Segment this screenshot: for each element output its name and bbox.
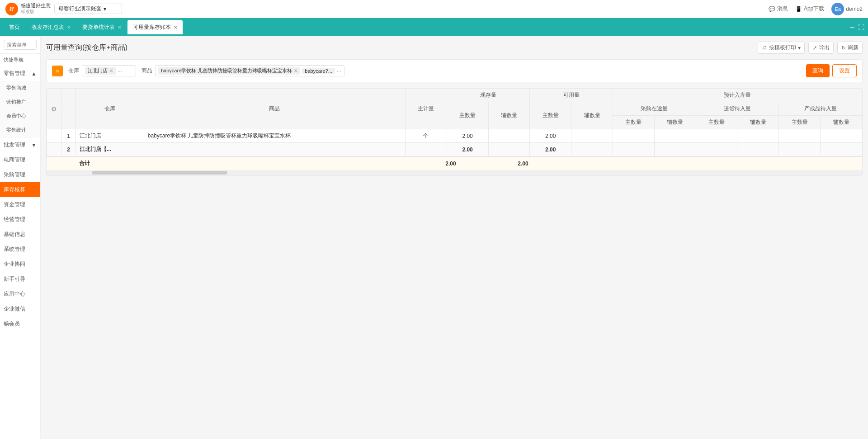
logo-icon: 好 bbox=[5, 3, 18, 15]
tab-home[interactable]: 首页 bbox=[4, 20, 25, 34]
sidebar-item-operation-label: 经营管理 bbox=[4, 216, 25, 223]
warehouse-label: 仓库 bbox=[68, 67, 79, 75]
sidebar-item-appstore[interactable]: 应用中心 bbox=[0, 287, 40, 302]
sidebar-sub-retail: 零售商城 营销推广 会员中心 零售统计 bbox=[0, 81, 40, 137]
sidebar-item-newguide-label: 新手引导 bbox=[4, 275, 25, 283]
tab-receipts[interactable]: 收发存汇总表 ✕ bbox=[26, 20, 76, 34]
refresh-btn[interactable]: ↻ 刷新 bbox=[837, 42, 863, 54]
logo-text-area: 畅捷通好生意 标准版 bbox=[21, 3, 51, 15]
sidebar-item-marketing[interactable]: 营销推广 bbox=[0, 95, 40, 109]
tab-receipts-close[interactable]: ✕ bbox=[67, 25, 71, 30]
settings-btn[interactable]: 设置 bbox=[832, 64, 857, 77]
product-value[interactable]: babycare学饮杯 儿童防摔防撞吸管杯重力球吸嘴杯宝宝水杯 ✕ babyca… bbox=[155, 65, 344, 76]
product-tag-1-close[interactable]: ✕ bbox=[294, 68, 297, 73]
th-purchase-in-main: 主数量 bbox=[613, 116, 654, 129]
sidebar-item-retail[interactable]: 零售管理 ▲ bbox=[0, 66, 40, 81]
tab-available[interactable]: 可用量库存账本 ✕ bbox=[127, 20, 183, 34]
summary-stock: 2.00 bbox=[433, 160, 469, 167]
logo-text: 畅捷通好生意 bbox=[21, 3, 51, 9]
th-product-in-aux: 辅数量 bbox=[821, 116, 862, 129]
th-stock-aux: 辅数量 bbox=[488, 102, 530, 129]
user-area[interactable]: Ea demo2 bbox=[831, 3, 863, 15]
th-warehouse: 仓库 bbox=[76, 89, 144, 129]
scroll-thumb[interactable] bbox=[92, 171, 227, 175]
group-row: 2 江北门店【... 2.00 2.00 bbox=[47, 143, 862, 156]
sidebar-item-member[interactable]: 会员中心 bbox=[0, 109, 40, 123]
product-tag-1: babycare学饮杯 儿童防摔防撞吸管杯重力球吸嘴杯宝宝水杯 ✕ bbox=[158, 67, 300, 75]
app-download-btn[interactable]: 📱 App下载 bbox=[795, 5, 824, 13]
sidebar-item-wecom[interactable]: 企业微信 bbox=[0, 302, 40, 316]
row2-product bbox=[144, 143, 405, 156]
username-label: demo2 bbox=[846, 6, 863, 12]
tab-available-close[interactable]: ✕ bbox=[174, 25, 177, 30]
row1-avail-main: 2.00 bbox=[530, 129, 571, 143]
chevron-down-icon: ▾ bbox=[104, 6, 106, 12]
tab-orders-close[interactable]: ✕ bbox=[118, 25, 121, 30]
th-goods-in-aux: 辅数量 bbox=[737, 116, 779, 129]
org-name: 母婴行业演示账套 bbox=[58, 5, 102, 13]
warehouse-tag-close[interactable]: ✕ bbox=[109, 68, 113, 73]
tab-minimize-btn[interactable]: ─ bbox=[850, 24, 854, 31]
sidebar-item-vip[interactable]: 畅会员 bbox=[0, 316, 40, 331]
filter-expand-btn[interactable]: » bbox=[52, 66, 63, 76]
scroll-bar[interactable] bbox=[47, 170, 862, 175]
th-avail-main: 主数量 bbox=[530, 102, 571, 129]
sidebar-item-ecommerce[interactable]: 电商管理 bbox=[0, 152, 40, 167]
sidebar-item-inventory-label: 库存核算 bbox=[4, 186, 25, 194]
product-tag-2: babycare?... bbox=[302, 68, 335, 74]
sidebar-item-basic[interactable]: 基础信息 bbox=[0, 227, 40, 242]
product-more-icon[interactable]: ··· bbox=[337, 68, 341, 74]
message-btn[interactable]: 💬 消息 bbox=[769, 5, 788, 13]
org-selector[interactable]: 母婴行业演示账套 ▾ bbox=[54, 4, 122, 14]
export-btn[interactable]: ↗ 导出 bbox=[808, 42, 834, 54]
sidebar-item-system-label: 系统管理 bbox=[4, 245, 25, 253]
tab-expand-btn[interactable]: ⛶ bbox=[858, 24, 864, 31]
search-input[interactable] bbox=[4, 40, 37, 50]
tab-orders[interactable]: 要货单统计表 ✕ bbox=[77, 20, 127, 34]
row1-purchase-in-aux bbox=[654, 129, 696, 143]
sidebar-item-system[interactable]: 系统管理 bbox=[0, 242, 40, 257]
sidebar-item-retail-stats[interactable]: 零售统计 bbox=[0, 123, 40, 137]
query-btn[interactable]: 查询 bbox=[806, 64, 830, 77]
sidebar-item-basic-label: 基础信息 bbox=[4, 231, 25, 238]
page-header: 可用量查询(按仓库+商品) 🖨 按模板打印 ▾ ↗ 导出 ↻ 刷新 bbox=[46, 42, 863, 54]
settings-gear-icon[interactable]: ⚙ bbox=[51, 105, 57, 113]
row2-product-in-main bbox=[779, 143, 821, 156]
sidebar-item-appstore-label: 应用中心 bbox=[4, 290, 25, 298]
sidebar-item-enterprise[interactable]: 企业协同 bbox=[0, 257, 40, 272]
row1-settings bbox=[47, 129, 61, 143]
sidebar-item-inventory[interactable]: 库存核算 bbox=[0, 182, 40, 197]
th-purchase-in-aux: 辅数量 bbox=[654, 116, 696, 129]
sidebar-item-retail-mall[interactable]: 零售商城 bbox=[0, 81, 40, 95]
sidebar-item-wecom-label: 企业微信 bbox=[4, 305, 25, 313]
data-table: ⚙ 仓库 商品 主计量 现存量 可用量 预计入库量 主数量 辅数量 主数量 bbox=[47, 88, 862, 156]
row2-warehouse: 江北门店【... bbox=[76, 143, 144, 156]
warehouse-more-icon[interactable]: ··· bbox=[118, 68, 122, 74]
row2-stock-main: 2.00 bbox=[447, 143, 488, 156]
tab-receipts-label: 收发存汇总表 bbox=[32, 24, 64, 31]
row2-goods-in-main bbox=[696, 143, 737, 156]
row1-goods-in-aux bbox=[737, 129, 779, 143]
content-area: 可用量查询(按仓库+商品) 🖨 按模板打印 ▾ ↗ 导出 ↻ 刷新 bbox=[41, 36, 868, 439]
th-purchase-transit: 采购在途量 bbox=[613, 102, 696, 116]
print-label: 按模板打印 bbox=[769, 44, 796, 52]
th-goods-transit: 进货待入量 bbox=[696, 102, 779, 116]
sidebar-item-wholesale[interactable]: 批发管理 ▼ bbox=[0, 137, 40, 152]
row1-avail-aux bbox=[571, 129, 613, 143]
sidebar-item-operation[interactable]: 经营管理 bbox=[0, 212, 40, 227]
sidebar-nav-btn[interactable]: 快捷导航 bbox=[0, 54, 40, 66]
print-btn[interactable]: 🖨 按模板打印 ▾ bbox=[758, 42, 805, 54]
sidebar-item-finance[interactable]: 资金管理 bbox=[0, 197, 40, 212]
sidebar-item-newguide[interactable]: 新手引导 bbox=[0, 272, 40, 287]
sidebar-item-retail-label: 零售管理 bbox=[4, 70, 25, 77]
summary-label: 合计 bbox=[75, 160, 112, 167]
top-bar: 好 畅捷通好生意 标准版 母婴行业演示账套 ▾ 💬 消息 📱 App下载 Ea … bbox=[0, 0, 868, 18]
tab-available-label: 可用量库存账本 bbox=[133, 24, 171, 31]
print-chevron-icon: ▾ bbox=[798, 45, 801, 51]
row2-goods-in-aux bbox=[737, 143, 779, 156]
logo-sub: 标准版 bbox=[21, 9, 51, 15]
row1-num: 1 bbox=[61, 129, 76, 143]
sidebar-item-purchase[interactable]: 采购管理 bbox=[0, 167, 40, 182]
warehouse-value[interactable]: 江北门店 ✕ ··· bbox=[82, 65, 136, 76]
sidebar-item-wholesale-label: 批发管理 bbox=[4, 141, 25, 149]
